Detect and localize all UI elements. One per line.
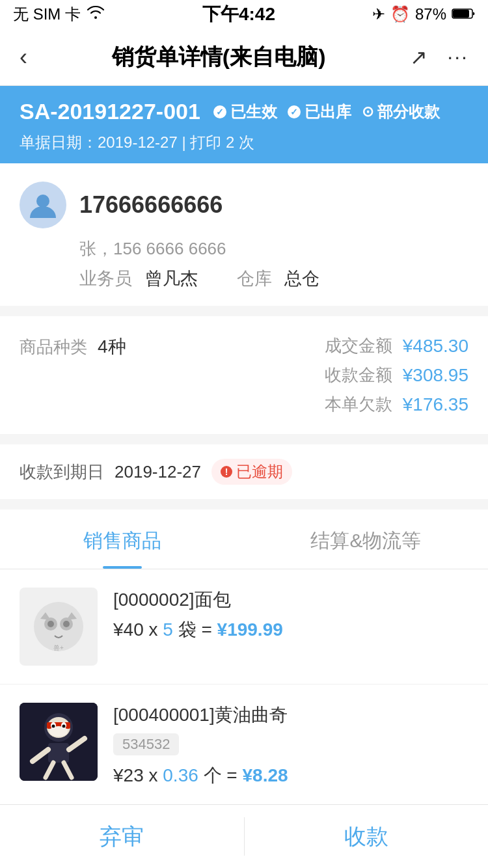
status-label-2: 已出库: [305, 102, 351, 122]
product-1-price: ¥40 x 5 袋 = ¥199.99: [113, 617, 468, 642]
product-item: [000400001]黄油曲奇 534532 ¥23 x 0.36 个 = ¥8…: [0, 685, 488, 807]
sales-person-value: 曾凡杰: [145, 269, 198, 288]
status-activated: ✓ 已生效: [213, 102, 277, 122]
tab-sales[interactable]: 销售商品: [0, 509, 244, 569]
status-partial-payment: ⊙ 部分收款: [362, 102, 440, 122]
sales-person-section: 业务员 曾凡杰: [79, 267, 198, 290]
overdue-label: 已逾期: [236, 461, 283, 482]
product-1-total: ¥199.99: [217, 619, 283, 640]
page-title: 销货单详情(来自电脑): [112, 42, 326, 72]
svg-point-6: [47, 621, 54, 627]
status-shipped: ✓ 已出库: [288, 102, 351, 122]
status-left: 无 SIM 卡: [13, 4, 105, 25]
customer-sub-info: 张，156 6666 6666: [79, 237, 468, 260]
svg-point-7: [63, 621, 70, 627]
stats-right: 成交金额 ¥485.30 收款金额 ¥308.95 本单欠款 ¥176.35: [325, 334, 468, 416]
sim-status: 无 SIM 卡: [13, 4, 81, 25]
received-value: ¥308.95: [403, 365, 468, 386]
due-label: 收款到期日: [20, 461, 104, 483]
status-tags: ✓ 已生效 ✓ 已出库 ⊙ 部分收款: [213, 102, 440, 122]
stats-left: 商品种类 4种: [20, 334, 126, 362]
due-section: 收款到期日 2019-12-27 ! 已逾期: [0, 444, 488, 499]
received-label: 收款金额: [325, 364, 392, 387]
battery-icon: [452, 5, 475, 23]
product-1-unit: 袋: [178, 619, 197, 640]
svg-rect-1: [453, 10, 469, 18]
share-icon[interactable]: ↗: [410, 45, 427, 70]
status-label-1: 已生效: [230, 102, 277, 122]
product-1-info: [0000002]面包 ¥40 x 5 袋 = ¥199.99: [113, 588, 468, 642]
received-amount-row: 收款金额 ¥308.95: [325, 364, 468, 387]
product-list: 兽+ [0000002]面包 ¥40 x 5 袋 = ¥199.99: [0, 569, 488, 807]
check-icon-1: ✓: [213, 105, 226, 118]
product-2-thumb: [20, 703, 98, 781]
header-meta: 单据日期：2019-12-27 | 打印 2 次: [20, 132, 468, 153]
deal-amount-label: 成交金额: [325, 334, 392, 357]
header-banner: SA-20191227-001 ✓ 已生效 ✓ 已出库 ⊙ 部分收款 单据日期：…: [0, 86, 488, 163]
owed-amount-row: 本单欠款 ¥176.35: [325, 393, 468, 416]
tab-sales-label: 销售商品: [83, 530, 161, 551]
avatar: [20, 182, 66, 228]
tab-settlement[interactable]: 结算&物流等: [244, 509, 488, 569]
section-divider: [0, 499, 488, 509]
customer-details: 业务员 曾凡杰 仓库 总仓: [79, 267, 468, 290]
product-2-price: ¥23 x 0.36 个 = ¥8.28: [113, 763, 468, 788]
product-item: 兽+ [0000002]面包 ¥40 x 5 袋 = ¥199.99: [0, 569, 488, 685]
check-icon-2: ✓: [288, 105, 301, 118]
owed-value: ¥176.35: [403, 394, 468, 415]
warehouse-section: 仓库 总仓: [237, 267, 320, 290]
sales-person-label: 业务员: [79, 269, 132, 288]
deal-amount-row: 成交金额 ¥485.30: [325, 334, 468, 357]
product-2-name: [000400001]黄油曲奇: [113, 703, 468, 727]
svg-point-16: [52, 725, 55, 728]
product-2-total: ¥8.28: [242, 765, 288, 785]
product-types-label: 商品种类: [20, 336, 87, 359]
product-2-qty: 0.36: [163, 765, 198, 785]
warehouse-label: 仓库: [237, 269, 272, 288]
product-2-unit-price: ¥23: [113, 765, 144, 785]
product-2-unit: 个: [204, 765, 222, 785]
stats-section: 商品种类 4种 成交金额 ¥485.30 收款金额 ¥308.95 本单欠款 ¥…: [0, 316, 488, 434]
svg-rect-18: [48, 743, 69, 763]
owed-label: 本单欠款: [325, 393, 392, 416]
status-time: 下午4:42: [202, 2, 275, 27]
warehouse-value: 总仓: [284, 269, 319, 288]
product-1-unit-price: ¥40: [113, 619, 144, 640]
alarm-icon: ⏰: [390, 5, 410, 23]
overdue-badge: ! 已逾期: [211, 459, 292, 485]
customer-phone: 17666666666: [79, 191, 223, 219]
product-1-thumb: 兽+: [20, 588, 98, 666]
location-icon: ✈: [372, 5, 385, 23]
confirm-button[interactable]: 收款: [245, 805, 489, 868]
more-icon[interactable]: ···: [447, 45, 468, 69]
bottom-bar: 弃审 收款: [0, 804, 488, 868]
product-1-name: [0000002]面包: [113, 588, 468, 612]
status-right: ✈ ⏰ 87%: [372, 5, 475, 23]
status-label-3: 部分收款: [377, 102, 440, 122]
product-1-qty: 5: [163, 619, 173, 640]
product-2-info: [000400001]黄油曲奇 534532 ¥23 x 0.36 个 = ¥8…: [113, 703, 468, 788]
battery-level: 87%: [415, 5, 446, 23]
product-types-row: 商品种类 4种: [20, 334, 126, 359]
cancel-button[interactable]: 弃审: [0, 805, 244, 868]
product-2-badge: 534532: [113, 733, 179, 755]
order-id: SA-20191227-001: [20, 99, 200, 124]
svg-point-17: [62, 725, 66, 728]
tabs-section: 销售商品 结算&物流等: [0, 509, 488, 569]
nav-bar: ‹ 销货单详情(来自电脑) ↗ ···: [0, 29, 488, 86]
product-types-value: 4种: [98, 334, 126, 359]
confirm-label: 收款: [344, 822, 388, 852]
customer-section: 17666666666 张，156 6666 6666 业务员 曾凡杰 仓库 总…: [0, 163, 488, 306]
customer-row: 17666666666: [20, 182, 468, 228]
status-bar: 无 SIM 卡 下午4:42 ✈ ⏰ 87%: [0, 0, 488, 29]
wifi-icon: [86, 5, 105, 23]
back-button[interactable]: ‹: [20, 44, 27, 71]
svg-text:兽+: 兽+: [53, 644, 64, 651]
nav-actions: ↗ ···: [410, 45, 468, 70]
clock-icon: ⊙: [362, 103, 373, 120]
due-date: 2019-12-27: [115, 462, 201, 482]
order-id-row: SA-20191227-001 ✓ 已生效 ✓ 已出库 ⊙ 部分收款: [20, 99, 468, 124]
deal-amount-value: ¥485.30: [403, 336, 468, 357]
svg-point-2: [36, 195, 49, 208]
overdue-dot-icon: !: [221, 466, 232, 478]
